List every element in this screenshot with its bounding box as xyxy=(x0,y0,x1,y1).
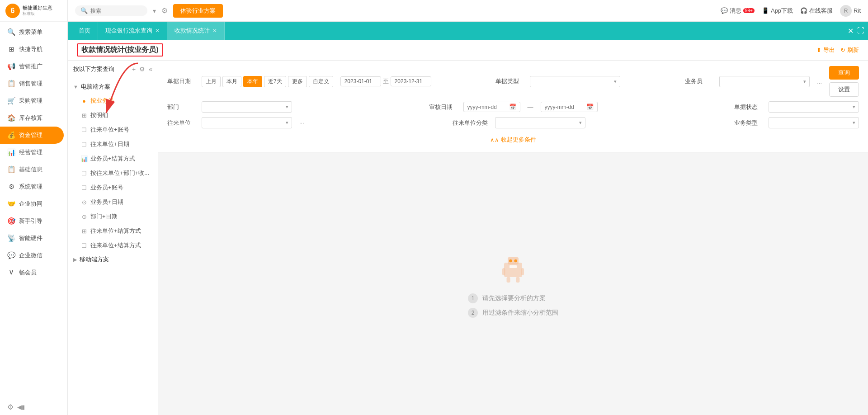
counterpart-category-select[interactable] xyxy=(495,117,585,128)
window-close-btn[interactable]: ✕ xyxy=(848,27,854,35)
tree-item-salesperson-settlement[interactable]: 📊 业务员+结算方式 xyxy=(68,151,158,166)
tree-item-unit-account[interactable]: ☐ 往来单位+账号 xyxy=(68,123,158,137)
tree-item-dept-date[interactable]: ⊙ 部门+日期 xyxy=(68,209,158,224)
panel-collapse-icon[interactable]: « xyxy=(149,66,152,73)
sidebar-item-member[interactable]: V 畅会员 xyxy=(0,264,67,281)
doc-status-select[interactable] xyxy=(769,101,859,113)
topbar-dropdown-icon[interactable]: ▾ xyxy=(153,7,156,14)
topbar-search-input[interactable] xyxy=(90,8,145,14)
dept-label: 部门 xyxy=(167,103,194,111)
date-this-month-btn[interactable]: 本月 xyxy=(222,76,241,87)
tab-receipt-stats[interactable]: 收款情况统计 ✕ xyxy=(167,22,225,40)
date-to-input[interactable] xyxy=(391,76,431,86)
date-prev-month-btn[interactable]: 上月 xyxy=(202,76,221,87)
logo-area: 6 畅捷通好生意 标准版 xyxy=(0,0,67,22)
sidebar-item-operations[interactable]: 📊 经营管理 xyxy=(0,144,67,161)
date-from-input[interactable] xyxy=(340,76,381,86)
sidebar-item-wechat[interactable]: 💬 企业微信 xyxy=(0,247,67,264)
sidebar-item-enterprise[interactable]: 🤝 企业协同 xyxy=(0,195,67,212)
sidebar-item-search[interactable]: 🔍 搜索菜单 xyxy=(0,24,67,41)
review-date-label: 审核日期 xyxy=(429,103,456,111)
window-maximize-btn[interactable]: ⛶ xyxy=(857,27,864,35)
tree-item-by-detail[interactable]: ⊞ 按明细 xyxy=(68,108,158,123)
sidebar-item-purchase[interactable]: 🛒 采购管理 xyxy=(0,92,67,109)
date-this-year-btn[interactable]: 本年 xyxy=(243,76,262,87)
salesperson-date-icon: ⊙ xyxy=(80,198,88,206)
dept-select[interactable] xyxy=(202,101,292,113)
svg-rect-0 xyxy=(504,263,522,277)
dept-date-icon: ⊙ xyxy=(80,213,88,220)
calendar-from-icon[interactable]: 📅 xyxy=(509,104,516,110)
date-last7days-btn[interactable]: 近7天 xyxy=(264,76,286,87)
tree-item-by-salesperson[interactable]: ● 按业务员 xyxy=(68,94,158,108)
sidebar-item-marketing[interactable]: 📢 营销推广 xyxy=(0,58,67,75)
salesperson-more-icon[interactable]: ... xyxy=(817,78,822,85)
tab-receipt-stats-close[interactable]: ✕ xyxy=(212,28,217,34)
date-more-btn[interactable]: 更多 xyxy=(288,76,307,87)
messages-label: 消息 xyxy=(730,7,741,15)
panel-title: 按以下方案查询 xyxy=(73,65,128,73)
app-download-btn[interactable]: 📱 App下载 xyxy=(762,7,793,15)
sidebar-item-guide[interactable]: 🎯 新手引导 xyxy=(0,212,67,230)
tree-item-unit-settlement2[interactable]: ☐ 往来单位+结算方式 xyxy=(68,238,158,253)
tree-item-salesperson-account-label: 业务员+账号 xyxy=(90,184,123,192)
calendar-to-icon[interactable]: 📅 xyxy=(586,104,594,110)
empty-step-2: 2 用过滤条件来缩小分析范围 xyxy=(468,308,558,318)
tree-item-unit-dept-receipt[interactable]: ☐ 按往来单位+部门+收... xyxy=(68,166,158,180)
date-custom-btn[interactable]: 自定义 xyxy=(309,76,333,87)
tree-item-by-detail-label: 按明细 xyxy=(90,111,108,119)
tree-item-unit-date[interactable]: ☐ 往来单位+日期 xyxy=(68,137,158,151)
sidebar-item-guide-label: 新手引导 xyxy=(19,217,42,225)
tree-item-unit-settlement1[interactable]: ⊞ 往来单位+结算方式 xyxy=(68,224,158,238)
sidebar-item-search-label: 搜索菜单 xyxy=(19,28,42,36)
filter-area: 单据日期 上月 本月 本年 近7天 更多 自定义 至 xyxy=(158,61,868,152)
doc-type-select[interactable] xyxy=(530,76,620,87)
counterpart-more-icon[interactable]: ··· xyxy=(299,119,304,126)
tab-bank-flow-close[interactable]: ✕ xyxy=(155,28,160,34)
export-button[interactable]: ⬆ 导出 xyxy=(816,46,835,54)
trial-button[interactable]: 体验行业方案 xyxy=(173,4,223,18)
settings-button[interactable]: 设置 xyxy=(829,82,859,97)
user-btn[interactable]: R Rit xyxy=(840,5,861,17)
salesperson-select[interactable] xyxy=(719,76,810,87)
counterpart-select[interactable] xyxy=(202,117,292,128)
topbar-settings-icon[interactable]: ⚙ xyxy=(161,6,168,15)
collapse-conditions-btn[interactable]: ∧∧ 收起更多条件 xyxy=(167,133,859,146)
sidebar-item-system[interactable]: ⚙ 系统管理 xyxy=(0,178,67,195)
refresh-button[interactable]: ↻ 刷新 xyxy=(840,46,859,54)
sidebar-settings-icon[interactable]: ⚙ xyxy=(7,403,14,411)
capital-icon: 💰 xyxy=(7,131,15,139)
messages-btn[interactable]: 💬 消息 99+ xyxy=(721,7,755,15)
tab-home[interactable]: 首页 xyxy=(71,22,98,40)
sidebar-item-sales[interactable]: 📋 销售管理 xyxy=(0,75,67,92)
sidebar-nav: 🔍 搜索菜单 ⊞ 快捷导航 📢 营销推广 📋 销售管理 🛒 采购管理 🏠 库存核… xyxy=(0,22,67,399)
sidebar-item-capital[interactable]: 💰 资金管理 xyxy=(0,127,64,144)
tree-group-mobile-header[interactable]: ▶ 移动端方案 xyxy=(68,253,158,266)
date-range-area: 至 xyxy=(340,76,431,86)
empty-state: 1 请先选择要分析的方案 2 用过滤条件来缩小分析范围 xyxy=(468,250,558,318)
window-controls: ✕ ⛶ xyxy=(848,27,864,35)
review-date-from-input[interactable] xyxy=(467,104,507,110)
sidebar-item-quicknav[interactable]: ⊞ 快捷导航 xyxy=(0,41,67,58)
salesperson-settlement-icon: 📊 xyxy=(80,155,88,162)
sidebar-item-hardware[interactable]: 📡 智能硬件 xyxy=(0,230,67,247)
review-date-to-input[interactable] xyxy=(545,104,585,110)
tab-bank-flow[interactable]: 现金银行流水查询 ✕ xyxy=(98,22,167,40)
business-type-select[interactable] xyxy=(769,117,859,128)
sidebar-item-inventory[interactable]: 🏠 库存核算 xyxy=(0,109,67,127)
sidebar-collapse-icon[interactable]: ◀▮ xyxy=(17,404,25,410)
tree-group-desktop-arrow: ▼ xyxy=(73,84,78,90)
logo-icon: 6 xyxy=(5,4,20,18)
online-service-btn[interactable]: 🎧 在线客服 xyxy=(800,7,833,15)
sidebar-item-basic[interactable]: 📋 基础信息 xyxy=(0,161,67,178)
tree-group-desktop-header[interactable]: ▼ 电脑端方案 xyxy=(68,80,158,94)
marketing-icon: 📢 xyxy=(7,62,15,71)
date-label: 单据日期 xyxy=(167,77,194,85)
step-1-num: 1 xyxy=(468,293,478,303)
panel-add-icon[interactable]: + xyxy=(132,66,136,73)
panel-settings-icon[interactable]: ⚙ xyxy=(139,66,145,73)
svg-rect-4 xyxy=(509,265,517,268)
query-button[interactable]: 查询 xyxy=(829,66,859,80)
tree-item-salesperson-date[interactable]: ⊙ 业务员+日期 xyxy=(68,195,158,209)
tree-item-salesperson-account[interactable]: ☐ 业务员+账号 xyxy=(68,180,158,195)
